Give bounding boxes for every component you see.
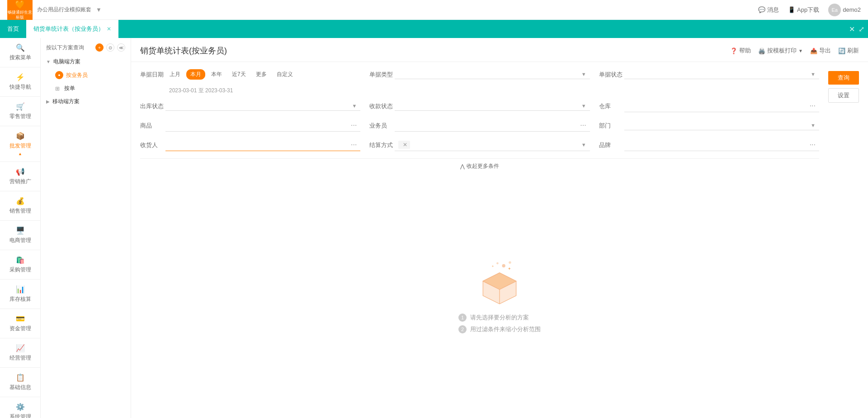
settlement-tag: ✕ — [398, 141, 410, 149]
app-download-nav-item[interactable]: 📱 App下载 — [788, 6, 819, 14]
system-icon: ⚙️ — [16, 403, 25, 411]
sidebar-sales-label: 销售管理 — [9, 207, 31, 215]
tab-expand-icon[interactable]: ⤢ — [859, 25, 864, 33]
filter-receiver: 收货人 ··· — [140, 139, 360, 151]
empty-tips: 1 请先选择要分析的方案 2 用过滤条件来缩小分析范围 — [458, 314, 541, 333]
ecom-icon: 🖥️ — [16, 226, 25, 235]
tree-item-mobile[interactable]: ▶ 移动端方案 — [41, 95, 131, 108]
sidebar-item-sales[interactable]: 💰 销售管理 — [0, 191, 40, 221]
date-btn-7days[interactable]: 近7天 — [228, 69, 250, 80]
filter-row-3: 商品 ··· 业务员 ··· — [140, 119, 819, 132]
message-icon: 💬 — [758, 6, 765, 13]
receive-status-chevron-icon: ▼ — [581, 103, 586, 109]
export-icon: 📤 — [810, 48, 817, 54]
logo[interactable]: 🧡 畅捷通好生意 标版 — [7, 0, 33, 20]
doc-type-control[interactable]: ▼ — [395, 70, 590, 79]
breadcrumb-dropdown-icon[interactable]: ▼ — [96, 6, 102, 13]
empty-tip-1: 1 请先选择要分析的方案 — [458, 314, 541, 322]
expand-icon: ▼ — [46, 59, 51, 64]
add-scheme-btn[interactable]: + — [95, 43, 104, 52]
filter-settlement: 结算方式 ✕ ▼ — [369, 139, 590, 151]
tree-item-desktop[interactable]: ▼ 电脑端方案 — [41, 55, 131, 68]
sidebar-item-quick[interactable]: ⚡ 快捷导航 — [0, 67, 40, 97]
doc-status-control[interactable]: ▼ — [624, 70, 819, 79]
tab-close-window-icon[interactable]: ✕ — [849, 25, 855, 33]
sidebar-item-search[interactable]: 🔍 搜索菜单 — [0, 38, 40, 67]
tab-sales-stat[interactable]: 销货单统计表（按业务员） ✕ — [26, 20, 118, 38]
tree-desktop-label: 电脑端方案 — [53, 58, 80, 66]
username-label: demo2 — [843, 6, 861, 13]
warehouse-dots-icon: ··· — [810, 102, 816, 110]
goods-control[interactable]: ··· — [165, 119, 360, 132]
sidebar-system-label: 系统管理 — [9, 413, 31, 418]
salesperson-control[interactable]: ··· — [395, 119, 590, 132]
sidebar-basic-label: 基础信息 — [9, 384, 31, 391]
settlement-chevron-icon: ▼ — [581, 142, 586, 147]
tree-child-salesperson[interactable]: ● 按业务员 — [41, 68, 131, 82]
brand-control[interactable]: ··· — [624, 139, 819, 151]
help-btn[interactable]: ❓ 帮助 — [730, 47, 751, 55]
tab-home[interactable]: 首页 — [0, 20, 26, 38]
sidebar-item-operation[interactable]: 📈 经营管理 — [0, 338, 40, 368]
date-btn-this-month[interactable]: 本月 — [186, 69, 205, 80]
filter-brand: 品牌 ··· — [599, 139, 819, 151]
tab-bar: 首页 销货单统计表（按业务员） ✕ ✕ ⤢ — [0, 20, 868, 38]
receive-status-label: 收款状态 — [369, 102, 395, 110]
sidebar-item-inventory[interactable]: 📊 库存核算 — [0, 280, 40, 309]
sidebar-item-marketing[interactable]: 📢 营销推广 — [0, 162, 40, 191]
date-btn-last-month[interactable]: 上月 — [165, 69, 184, 80]
sidebar: 🔍 搜索菜单 ⚡ 快捷导航 🛒 零售管理 📦 批发管理 ▲ 📢 营销推广 💰 销… — [0, 38, 41, 418]
quick-icon: ⚡ — [16, 73, 25, 81]
date-btn-this-year[interactable]: 本年 — [207, 69, 226, 80]
query-btn[interactable]: 查询 — [828, 71, 859, 85]
sidebar-item-basic[interactable]: 📋 基础信息 — [0, 368, 40, 397]
settlement-clear-btn[interactable]: ✕ — [403, 142, 407, 148]
refresh-btn[interactable]: 🔄 刷新 — [838, 47, 859, 55]
print-icon: 🖨️ — [758, 48, 765, 54]
sidebar-item-ecom[interactable]: 🖥️ 电商管理 — [0, 221, 40, 250]
receive-status-control[interactable]: ▼ — [395, 101, 590, 111]
date-btn-more[interactable]: 更多 — [252, 69, 271, 80]
tab-bar-right: ✕ ⤢ — [849, 25, 868, 33]
breadcrumb: 办公用品行业模拟账套 — [37, 6, 91, 14]
warehouse-control[interactable]: ··· — [624, 100, 819, 112]
filter-row-4: 收货人 ··· 结算方式 ✕ — [140, 139, 819, 151]
edit-scheme-btn[interactable]: ⊙ — [106, 43, 114, 52]
date-btn-custom[interactable]: 自定义 — [273, 69, 297, 80]
print-btn[interactable]: 🖨️ 按模板打印 ▼ — [758, 47, 803, 55]
sidebar-item-purchase[interactable]: 🛍️ 采购管理 — [0, 250, 40, 280]
app-download-label: App下载 — [797, 6, 819, 14]
tab-close-icon[interactable]: ✕ — [107, 26, 111, 32]
filter-row-2: 出库状态 ▼ 收款状态 ▼ — [140, 100, 819, 112]
left-panel: 按以下方案查询 + ⊙ ≪ ▼ 电脑端方案 ● 按业务员 ⊞ 按单 — [41, 38, 131, 418]
collapse-panel-btn[interactable]: ≪ — [117, 43, 125, 52]
receiver-control[interactable]: ··· — [165, 139, 360, 151]
brand-dots-icon: ··· — [810, 141, 816, 149]
out-status-control[interactable]: ▼ — [165, 101, 360, 111]
department-control[interactable]: ▼ — [624, 121, 819, 130]
wholesale-arrow: ▲ — [18, 152, 22, 156]
retail-icon: 🛒 — [16, 102, 25, 111]
refresh-icon: 🔄 — [838, 48, 845, 54]
receiver-dots-icon: ··· — [351, 141, 357, 149]
date-range-text: 2023-03-01 至 2023-03-31 — [169, 87, 233, 94]
user-nav-item[interactable]: Ea demo2 — [828, 4, 861, 16]
sidebar-item-wholesale[interactable]: 📦 批发管理 ▲ — [0, 126, 40, 162]
sidebar-marketing-label: 营销推广 — [9, 178, 31, 185]
export-btn[interactable]: 📤 导出 — [810, 47, 831, 55]
collapse-btn[interactable]: ⋀ 收起更多条件 — [460, 162, 499, 170]
sidebar-item-system[interactable]: ⚙️ 系统管理 — [0, 397, 40, 418]
active-dot-icon: ● — [58, 73, 60, 77]
message-nav-item[interactable]: 💬 消息 — [758, 6, 779, 14]
sidebar-item-finance[interactable]: 💳 资金管理 — [0, 309, 40, 338]
filter-department: 部门 ▼ — [599, 121, 819, 130]
sidebar-item-retail[interactable]: 🛒 零售管理 — [0, 97, 40, 126]
empty-illustration: ✦ ✦ — [475, 258, 524, 308]
tree-child-order[interactable]: ⊞ 按单 — [41, 82, 131, 95]
top-nav-left: 🧡 畅捷通好生意 标版 办公用品行业模拟账套 ▼ — [7, 0, 102, 20]
settings-btn[interactable]: 设置 — [828, 88, 859, 103]
avatar: Ea — [828, 4, 841, 16]
filter-warehouse: 仓库 ··· — [599, 100, 819, 112]
settlement-control[interactable]: ✕ ▼ — [395, 139, 590, 151]
query-buttons: 查询 设置 — [828, 69, 859, 103]
